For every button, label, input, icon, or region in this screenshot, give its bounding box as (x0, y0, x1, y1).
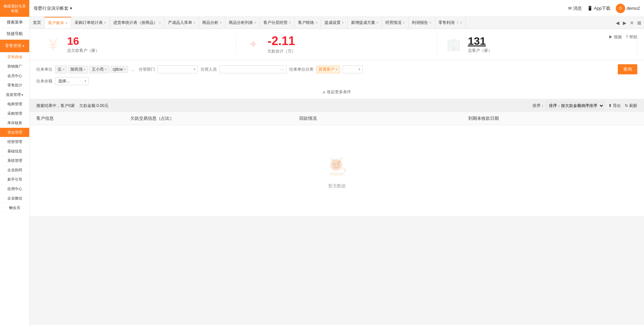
tag-chenminqiang-remove[interactable]: × (84, 68, 86, 71)
stat-total-value: 131 (468, 36, 630, 46)
industry-selector[interactable]: 母婴行业演示帐套 ▾ (34, 5, 72, 11)
tab-close-icon[interactable]: × (254, 21, 256, 25)
tab-product-analysis[interactable]: 商品分析 × (199, 17, 225, 29)
sidebar-item-new-guide[interactable]: 新手引导 (0, 175, 29, 184)
tab-close-icon[interactable]: × (377, 21, 379, 25)
export-btn[interactable]: ⬆ 导出 (608, 103, 621, 109)
person-input-dots-icon[interactable]: ··· (280, 67, 284, 72)
balance-select[interactable]: 选择... (55, 77, 89, 85)
tag-chenminqiang: 陈民强 × (68, 66, 88, 73)
tab-business-situation[interactable]: 经营情况 × (382, 17, 409, 29)
tab-prev-icon[interactable]: ◀ (614, 20, 621, 26)
tab-product-analysis-list[interactable]: 商品分析列表 × (225, 17, 260, 29)
tab-close-icon[interactable]: × (194, 21, 196, 25)
sidebar-item-finance[interactable]: 资金管理 (0, 128, 29, 137)
tag-wu: 伍 × (55, 66, 67, 73)
unit-filter-label: 往来单位 (36, 67, 52, 72)
tab-close-icon[interactable]: × (104, 21, 106, 25)
sidebar-item-ecommerce[interactable]: 电商管理 (0, 100, 29, 109)
tab-customer-segment[interactable]: 客户分层经营 × (260, 17, 295, 29)
user-avatar-btn[interactable]: D demo2 (616, 4, 640, 13)
tab-new-achievement[interactable]: 新增提成方案 × (348, 17, 382, 29)
tab-close-icon[interactable]: × (342, 21, 344, 25)
video-link[interactable]: ▶ 视频 (609, 34, 622, 40)
quick-nav[interactable]: 快捷导航 (0, 28, 29, 40)
results-actions: 排序： 排序：按欠款金额倒序排序 ⬆ 导出 ↻ 刷新 (532, 102, 637, 109)
message-btn[interactable]: ✉ 消息 (568, 5, 582, 11)
sidebar-item-basic-info[interactable]: 基础信息 (0, 147, 29, 156)
tag-normal-customer: 普通客户 × (316, 66, 340, 73)
tab-customer-contact[interactable]: 客户联络 × (295, 17, 321, 29)
industry-arrow-icon: ▾ (70, 6, 72, 11)
tab-close-icon[interactable]: × (403, 21, 405, 25)
filter-row-2: 往来余额 选择... (36, 77, 637, 85)
stat-total-info: 131 总客户（家） (468, 36, 630, 53)
unit-category-label: 往来单位分类 (289, 67, 313, 72)
empty-state-icon (324, 152, 350, 179)
sidebar-item-member[interactable]: 会员中心 (0, 71, 29, 81)
tab-close-icon[interactable]: × (460, 21, 462, 25)
query-button[interactable]: 查询 (618, 64, 637, 74)
unit-category-dropdown (343, 65, 363, 73)
tag-wu-remove[interactable]: × (62, 68, 65, 71)
industry-label: 母婴行业演示帐套 (34, 5, 69, 11)
tab-tips-settings[interactable]: 提成设置 × (321, 17, 348, 29)
stat-debt-info: -2.11 欠款合计（万） (267, 35, 430, 54)
sidebar-item-marketing[interactable]: 营销推广 (0, 62, 29, 71)
svg-point-4 (334, 164, 335, 165)
stat-customers-info: 16 总欠款客户（家） (67, 36, 229, 53)
tag-normal-customer-remove[interactable]: × (336, 68, 338, 71)
tab-close-icon[interactable]: × (220, 21, 222, 25)
tab-profit-report[interactable]: 利润报告 × (409, 17, 435, 29)
tab-close-all-icon[interactable]: ✕ (629, 20, 635, 26)
tab-home[interactable]: 首页 (30, 17, 45, 29)
person-input[interactable] (220, 66, 286, 73)
tab-close-icon[interactable]: × (289, 21, 291, 25)
sidebar-item-vip[interactable]: 畅会员 (0, 203, 29, 213)
tab-purchase-order-stats[interactable]: 采购订单统计表 × (71, 17, 110, 29)
tab-retail-profit[interactable]: 零售利润〈 × (435, 17, 466, 29)
tab-next-icon[interactable]: ▶ (621, 20, 628, 26)
refresh-btn[interactable]: ↻ 刷新 (625, 103, 637, 109)
tab-customer-accounts[interactable]: 客户账本 × (45, 17, 71, 29)
tab-purchase-stats-by-product[interactable]: 进货单统计表（按商品） × (110, 17, 165, 29)
stat-debt: ✦ -2.11 欠款合计（万） (237, 34, 437, 55)
help-link[interactable]: ? 帮助 (626, 34, 637, 40)
sidebar-item-system[interactable]: 系统管理 (0, 156, 29, 166)
collapse-filters-btn[interactable]: ∧ 收起更多条件 (36, 88, 637, 96)
stat-debt-label: 欠款合计（万） (267, 48, 430, 54)
sidebar-item-retail-mall[interactable]: 零售商城 (0, 52, 29, 62)
sidebar-item-purchase[interactable]: 采购管理 (0, 109, 29, 118)
search-menu[interactable]: 搜索菜单 (0, 17, 29, 28)
sidebar-item-wholesale[interactable]: 批发管理 ▾ (0, 90, 29, 100)
sidebar-item-enterprise-wechat[interactable]: 企业微信 (0, 194, 29, 203)
tab-maximize-icon[interactable]: ⊠ (636, 20, 643, 26)
sort-select[interactable]: 排序：按欠款金额倒序排序 (546, 102, 604, 109)
filter-more-tags[interactable]: ... (129, 66, 136, 73)
tab-close-icon[interactable]: × (159, 21, 161, 25)
sidebar-item-enterprise-collab[interactable]: 企业协同 (0, 166, 29, 175)
tag-cjttcw-remove[interactable]: × (124, 68, 126, 71)
app-download-btn[interactable]: 📱 App下载 (587, 5, 610, 11)
sidebar-item-retail-stats[interactable]: 零售统计 (0, 81, 29, 90)
download-icon: 📱 (587, 6, 593, 11)
app-logo: 畅捷通好生意 标版 (0, 0, 29, 17)
tab-product-cost-receipt[interactable]: 产成品入库单 × (165, 17, 199, 29)
sidebar-item-operations[interactable]: 经营管理 (0, 137, 29, 147)
tab-close-icon[interactable]: × (66, 21, 68, 25)
filter-bar: 往来单位 伍 × 陈民强 × 王小亮 × cjttcw (30, 60, 644, 99)
logo-text: 畅捷通好生意 (4, 4, 26, 8)
svg-point-6 (344, 170, 346, 172)
table-header-due-date: 到期未收款日期 (468, 115, 637, 121)
tag-wangxiaoliang-remove[interactable]: × (105, 68, 107, 71)
tab-close-icon[interactable]: × (429, 21, 431, 25)
sidebar-item-app-center[interactable]: 应用中心 (0, 184, 29, 194)
stats-actions: ▶ 视频 ? 帮助 (609, 34, 637, 40)
tab-close-icon[interactable]: × (315, 21, 317, 25)
sidebar-item-inventory[interactable]: 库存核算 (0, 118, 29, 128)
sidebar-item-retail-mgmt[interactable]: 零售管理 ▾ (0, 40, 29, 52)
stat-total-label: 总客户（家） (468, 48, 630, 53)
svg-point-0 (329, 172, 345, 176)
dept-select[interactable] (158, 65, 198, 73)
unit-category-select[interactable] (343, 65, 363, 73)
